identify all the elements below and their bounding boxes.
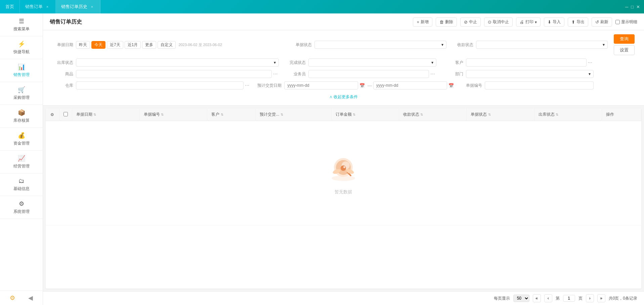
th-customer[interactable]: 客户 ⇅	[207, 108, 256, 121]
th-doc-date[interactable]: 单据日期 ⇅	[72, 108, 139, 121]
page-header: 销售订单历史 + 新增 🗑 删除 ⊘ 中止 ⊙	[43, 13, 644, 30]
date-btn-yesterday[interactable]: 昨天	[76, 41, 90, 49]
export-label: 导出	[576, 19, 585, 25]
calendar-icon-1[interactable]: 📅	[359, 83, 365, 88]
date-btn-7days[interactable]: 近7天	[107, 41, 123, 49]
svg-point-4	[341, 165, 346, 171]
complete-status-select[interactable]: ▾	[308, 59, 436, 67]
next-page-button[interactable]: ›	[586, 294, 594, 302]
page-size-select[interactable]: 50	[513, 295, 529, 302]
th-stock-status-label: 出库状态	[539, 112, 555, 117]
th-delivery-date[interactable]: 预计交货... ⇅	[256, 108, 331, 121]
th-receipt-status[interactable]: 收款状态 ⇅	[399, 108, 466, 121]
sidebar-item-quick-nav[interactable]: ⚡ 快捷导航	[0, 36, 43, 59]
show-detail-checkbox[interactable]	[615, 20, 620, 24]
th-settings[interactable]: ⚙	[46, 108, 59, 121]
delivery-date-end[interactable]	[373, 81, 447, 89]
receipt-status-select[interactable]: ▾	[476, 41, 608, 49]
settings-button[interactable]: 设置	[614, 45, 635, 55]
th-doc-no[interactable]: 单据编号 ⇅	[139, 108, 207, 121]
product-more-icon[interactable]: ···	[272, 71, 279, 77]
salesperson-input[interactable]	[308, 70, 429, 78]
customer-more-icon[interactable]: ···	[587, 60, 594, 66]
complete-status-label: 完成状态	[286, 60, 306, 66]
warehouse-field: 仓库 ···	[50, 81, 254, 89]
query-button[interactable]: 查询	[614, 34, 635, 44]
delete-button[interactable]: 🗑 删除	[436, 17, 457, 27]
sidebar-item-sales-mgmt-label: 销售管理	[13, 72, 30, 78]
sidebar-item-system-mgmt[interactable]: ⚙ 系统管理	[0, 196, 43, 219]
sidebar-item-search-menu[interactable]: ☰ 搜索菜单	[0, 13, 43, 36]
sidebar-item-sales-mgmt[interactable]: 📊 销售管理	[0, 59, 43, 82]
date-btn-1month[interactable]: 近1月	[125, 41, 141, 49]
cancel-stop-button[interactable]: ⊙ 取消中止	[484, 17, 513, 27]
system-mgmt-icon: ⚙	[19, 200, 24, 207]
minimize-icon[interactable]: ─	[625, 4, 628, 9]
th-doc-status[interactable]: 单据状态 ⇅	[467, 108, 534, 121]
page-title: 销售订单历史	[50, 18, 82, 26]
data-table: ⚙ 单据日期 ⇅ 单据编号 ⇅ 客户 ⇅	[46, 108, 641, 226]
stop-button[interactable]: ⊘ 中止	[460, 17, 481, 27]
th-order-amount[interactable]: 订单金额 ⇅	[331, 108, 399, 121]
doc-status-select[interactable]: ▾	[314, 41, 446, 49]
doc-status-label: 单据状态	[292, 42, 312, 48]
collapse-row[interactable]: ∧ 收起更多条件	[50, 93, 637, 101]
close-icon[interactable]: ✕	[636, 4, 640, 9]
sidebar-item-operation[interactable]: 📈 经营管理	[0, 151, 43, 174]
th-customer-label: 客户	[211, 112, 219, 117]
tab-sales-order[interactable]: 销售订单 ×	[20, 0, 56, 13]
stock-out-select[interactable]: ▾	[76, 59, 279, 67]
finance-icon: 💰	[18, 132, 25, 139]
product-input[interactable]	[76, 70, 272, 78]
warehouse-input[interactable]	[76, 81, 244, 89]
doc-number-input[interactable]	[485, 81, 594, 89]
tab-sales-order-close[interactable]: ×	[45, 4, 50, 9]
th-stock-status[interactable]: 出库状态 ⇅	[534, 108, 602, 121]
delivery-date-start[interactable]	[284, 81, 358, 89]
sidebar-item-inventory[interactable]: 📦 库存核算	[0, 105, 43, 128]
base-info-icon: 🗂	[18, 178, 25, 185]
sidebar-item-base-info[interactable]: 🗂 基础信息	[0, 174, 43, 196]
customer-input[interactable]	[466, 59, 587, 67]
show-detail-checkbox-label[interactable]: 显示明细	[615, 19, 637, 25]
delete-icon: 🗑	[439, 20, 444, 25]
th-delivery-date-label: 预计交货...	[260, 112, 279, 117]
department-select[interactable]: ▾	[466, 70, 594, 78]
th-checkbox[interactable]	[59, 108, 72, 121]
export-button[interactable]: ⬆ 导出	[568, 17, 588, 27]
print-label: 打印	[525, 19, 533, 25]
sidebar-item-finance[interactable]: 💰 资金管理	[0, 128, 43, 151]
sort-delivery-icon: ⇅	[281, 113, 283, 116]
page-number-input[interactable]	[563, 295, 575, 302]
print-button[interactable]: 🖨 打印 ▾	[516, 17, 541, 27]
last-page-button[interactable]: »	[597, 294, 605, 302]
th-receipt-status-label: 收款状态	[403, 112, 419, 117]
sidebar-settings-icon[interactable]: ⚙	[10, 294, 15, 302]
tab-sales-history-close[interactable]: ×	[89, 4, 95, 9]
import-button[interactable]: ⬇ 导入	[544, 17, 564, 27]
filter-row-2: 出库状态 ▾ 完成状态 ▾ 客户 ···	[50, 59, 637, 67]
page-unit: 页	[578, 296, 583, 301]
calendar-icon-2[interactable]: 📅	[448, 83, 454, 88]
tab-home[interactable]: 首页	[0, 0, 20, 13]
refresh-button[interactable]: ↺ 刷新	[592, 17, 612, 27]
warehouse-more-icon[interactable]: ···	[244, 82, 251, 88]
select-all-checkbox[interactable]	[63, 112, 68, 116]
date-btn-custom[interactable]: 自定义	[158, 41, 176, 49]
stock-out-field: 出库状态 ▾	[50, 59, 282, 67]
collapse-label: 收起更多条件	[334, 94, 358, 99]
quick-nav-icon: ⚡	[18, 40, 25, 48]
first-page-button[interactable]: «	[533, 294, 541, 302]
restore-icon[interactable]: □	[631, 4, 634, 9]
customer-label: 客户	[443, 60, 463, 66]
add-button[interactable]: + 新增	[413, 17, 432, 27]
date-btn-more[interactable]: 更多	[142, 41, 156, 49]
tab-sales-history[interactable]: 销售订单历史 ×	[56, 0, 100, 13]
salesperson-more-icon[interactable]: ···	[429, 71, 436, 77]
stop-label: 中止	[469, 19, 477, 25]
prev-page-button[interactable]: ‹	[544, 294, 552, 302]
date-btn-today[interactable]: 今天	[91, 41, 105, 49]
sidebar-collapse-icon[interactable]: ◀	[28, 294, 33, 302]
sidebar-item-purchase-mgmt[interactable]: 🛒 采购管理	[0, 82, 43, 105]
complete-status-dropdown-icon: ▾	[431, 60, 433, 65]
